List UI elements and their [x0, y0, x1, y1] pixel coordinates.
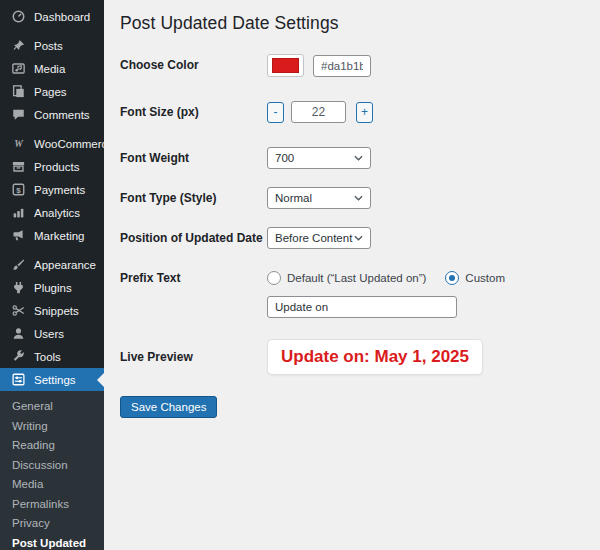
- sidebar-item-pages[interactable]: Pages: [0, 80, 104, 103]
- megaphone-icon: [11, 228, 26, 243]
- sidebar-item-label: Comments: [34, 109, 90, 121]
- scissors-icon: [11, 303, 26, 318]
- chevron-down-icon: [354, 155, 363, 161]
- position-row: Position of Updated Date Before Content: [120, 227, 588, 249]
- plug-icon: [11, 280, 26, 295]
- products-box-icon: [11, 159, 26, 174]
- sidebar-item-label: Analytics: [34, 207, 80, 219]
- page-title: Post Updated Date Settings: [120, 13, 588, 34]
- settings-sliders-icon: [11, 372, 26, 387]
- pin-icon: [11, 38, 26, 53]
- color-swatch: [272, 58, 299, 73]
- svg-text:$: $: [16, 186, 21, 195]
- sidebar-item-label: Tools: [34, 351, 61, 363]
- position-label: Position of Updated Date: [120, 227, 267, 245]
- prefix-custom-label[interactable]: Custom: [465, 272, 505, 284]
- comment-icon: [11, 107, 26, 122]
- prefix-custom-radio[interactable]: [445, 271, 459, 285]
- sidebar-item-label: Dashboard: [34, 11, 90, 23]
- live-preview-row: Live Preview Update on: May 1, 2025: [120, 339, 588, 375]
- submenu-item-reading[interactable]: Reading: [0, 436, 104, 456]
- woocommerce-icon: W: [11, 136, 26, 151]
- submenu-item-privacy[interactable]: Privacy: [0, 514, 104, 534]
- sidebar-item-marketing[interactable]: Marketing: [0, 224, 104, 247]
- font-type-value: Normal: [275, 192, 312, 204]
- settings-page: Post Updated Date Settings Choose Color …: [104, 0, 600, 550]
- admin-menu: Dashboard Posts Media Pages Comments: [0, 0, 104, 391]
- prefix-radio-group: Default (“Last Updated on”) Custom: [267, 267, 505, 289]
- sidebar-item-woocommerce[interactable]: W WooCommerce: [0, 132, 104, 155]
- sidebar-item-products[interactable]: Products: [0, 155, 104, 178]
- save-changes-button[interactable]: Save Changes: [120, 396, 217, 418]
- sidebar-item-settings[interactable]: Settings: [0, 368, 104, 391]
- font-type-row: Font Type (Style) Normal: [120, 187, 588, 209]
- font-weight-select[interactable]: 700: [267, 147, 371, 169]
- sidebar-item-label: Marketing: [34, 230, 85, 242]
- font-weight-row: Font Weight 700: [120, 147, 588, 169]
- sidebar-item-label: Media: [34, 63, 65, 75]
- font-weight-value: 700: [275, 152, 294, 164]
- pages-icon: [11, 84, 26, 99]
- media-icon: [11, 61, 26, 76]
- position-select[interactable]: Before Content: [267, 227, 371, 249]
- choose-color-label: Choose Color: [120, 54, 267, 72]
- prefix-text-label: Prefix Text: [120, 267, 267, 285]
- submenu-item-writing[interactable]: Writing: [0, 417, 104, 437]
- sidebar-item-label: Appearance: [34, 259, 96, 271]
- sidebar-item-media[interactable]: Media: [0, 57, 104, 80]
- sidebar-item-label: Settings: [34, 374, 76, 386]
- font-type-label: Font Type (Style): [120, 187, 267, 205]
- svg-text:W: W: [14, 138, 24, 149]
- submenu-item-media[interactable]: Media: [0, 475, 104, 495]
- live-preview-box: Update on: May 1, 2025: [267, 339, 483, 375]
- sidebar-item-label: Users: [34, 328, 64, 340]
- sidebar-item-payments[interactable]: $ Payments: [0, 178, 104, 201]
- sidebar-item-users[interactable]: Users: [0, 322, 104, 345]
- sidebar-item-label: Posts: [34, 40, 63, 52]
- sidebar-item-label: Products: [34, 161, 79, 173]
- sidebar-item-label: Payments: [34, 184, 85, 196]
- choose-color-row: Choose Color: [120, 54, 588, 77]
- bar-chart-icon: [11, 205, 26, 220]
- color-hex-input[interactable]: [313, 55, 371, 77]
- font-size-row: Font Size (px) - +: [120, 101, 588, 123]
- color-swatch-button[interactable]: [267, 54, 304, 77]
- live-preview-label: Live Preview: [120, 339, 267, 364]
- wrench-icon: [11, 349, 26, 364]
- paintbrush-icon: [11, 257, 26, 272]
- prefix-custom-input[interactable]: [267, 296, 457, 318]
- font-size-input[interactable]: [291, 101, 346, 123]
- sidebar-item-label: Snippets: [34, 305, 79, 317]
- live-preview-text: Update on: May 1, 2025: [281, 347, 469, 366]
- user-icon: [11, 326, 26, 341]
- sidebar-item-posts[interactable]: Posts: [0, 34, 104, 57]
- prefix-default-label[interactable]: Default (“Last Updated on”): [287, 272, 426, 284]
- sidebar-item-label: Plugins: [34, 282, 72, 294]
- sidebar-item-comments[interactable]: Comments: [0, 103, 104, 126]
- sidebar-item-label: Pages: [34, 86, 67, 98]
- font-size-label: Font Size (px): [120, 101, 267, 119]
- sidebar-item-dashboard[interactable]: Dashboard: [0, 5, 104, 28]
- submenu-item-discussion[interactable]: Discussion: [0, 456, 104, 476]
- sidebar-item-snippets[interactable]: Snippets: [0, 299, 104, 322]
- submenu-item-general[interactable]: General: [0, 397, 104, 417]
- chevron-down-icon: [354, 235, 363, 241]
- font-size-decrease-button[interactable]: -: [267, 102, 284, 123]
- sidebar-item-label: WooCommerce: [34, 138, 114, 150]
- font-type-select[interactable]: Normal: [267, 187, 371, 209]
- sidebar-item-appearance[interactable]: Appearance: [0, 253, 104, 276]
- font-weight-label: Font Weight: [120, 147, 267, 165]
- chevron-down-icon: [354, 195, 363, 201]
- sidebar-item-tools[interactable]: Tools: [0, 345, 104, 368]
- submenu-item-post-updated-date[interactable]: Post Updated Date: [0, 534, 104, 550]
- sidebar-item-plugins[interactable]: Plugins: [0, 276, 104, 299]
- submenu-item-permalinks[interactable]: Permalinks: [0, 495, 104, 515]
- dashboard-icon: [11, 9, 26, 24]
- settings-submenu: General Writing Reading Discussion Media…: [0, 391, 104, 550]
- font-size-increase-button[interactable]: +: [356, 102, 373, 123]
- admin-sidebar: Dashboard Posts Media Pages Comments: [0, 0, 104, 550]
- app-window: Dashboard Posts Media Pages Comments: [0, 0, 600, 550]
- sidebar-item-analytics[interactable]: Analytics: [0, 201, 104, 224]
- prefix-text-row: Prefix Text Default (“Last Updated on”) …: [120, 267, 588, 318]
- prefix-default-radio[interactable]: [267, 271, 281, 285]
